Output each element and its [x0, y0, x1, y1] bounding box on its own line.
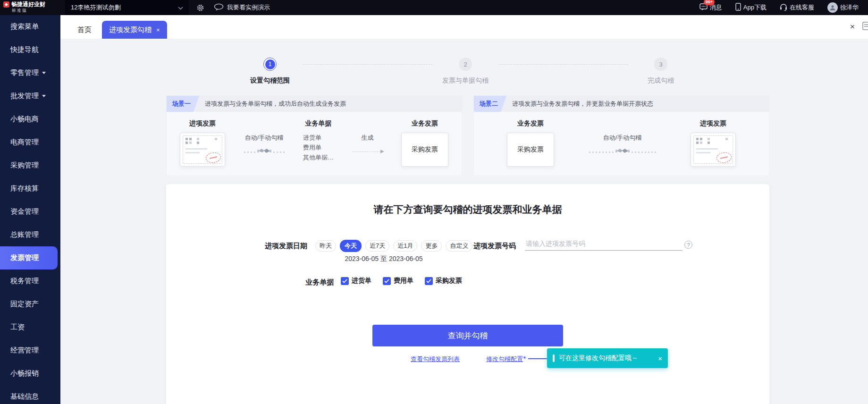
app-window: ◆ 畅捷通好业财 标准版 12李艳芬测试勿删 我要看实例演示	[0, 0, 868, 404]
match-connector: 自动/手动勾稽	[244, 134, 285, 157]
date-quick-options: 昨天 今天 近7天 近1月 更多 自定义	[315, 240, 472, 252]
tab-invoice-matching[interactable]: 进项发票勾稽 ×	[102, 21, 167, 39]
doc-type-list: 进货单 费用单 其他单据…	[303, 133, 334, 162]
input-invoice-column: 进项发票	[691, 119, 736, 167]
date-option-yesterday[interactable]: 昨天	[315, 240, 336, 252]
sidebar-item-funds-mgmt[interactable]: 资金管理	[0, 200, 60, 223]
phone-icon	[735, 3, 741, 12]
scenario-1-badge: 场景一	[167, 96, 199, 112]
step-2-match: 2 发票与单据勾稽	[432, 58, 498, 85]
avatar	[827, 2, 838, 13]
demo-link[interactable]: 我要看实例演示	[214, 3, 270, 12]
tab-list-icon[interactable]	[862, 21, 868, 33]
sidebar-item-wholesale-mgmt[interactable]: 批发管理	[0, 84, 60, 108]
invoice-text-line	[185, 152, 200, 153]
invoice-number-input[interactable]	[525, 237, 683, 251]
sidebar-item-inventory-accounting[interactable]: 库存核算	[0, 177, 60, 200]
sidebar-item-purchase-mgmt[interactable]: 采购管理	[0, 154, 60, 177]
checkbox-purchase-order[interactable]: 进货单	[341, 277, 371, 285]
sidebar-item-retail-mgmt[interactable]: 零售管理	[0, 61, 60, 84]
sidebar-item-general-ledger[interactable]: 总账管理	[0, 223, 60, 246]
sidebar-item-search-menu[interactable]: 搜索菜单	[0, 15, 60, 38]
sidebar-item-fixed-assets[interactable]: 固定资产	[0, 293, 60, 316]
scenario-card-2: 场景二 进项发票与业务发票勾稽，并更新业务单据开票状态 业务发票 采购发票 自动…	[473, 95, 769, 176]
invoice-qr-marks	[185, 138, 188, 140]
chevron-down-icon	[42, 72, 46, 74]
input-invoice-column: 进项发票	[180, 119, 225, 167]
generate-connector: 生成	[353, 134, 383, 152]
sidebar-item-ecommerce-mgmt[interactable]: 电商管理	[0, 131, 60, 154]
date-option-last7days[interactable]: 近7天	[365, 240, 389, 252]
sidebar-item-payroll[interactable]: 工资	[0, 316, 60, 339]
column-title: 业务单据	[305, 119, 332, 128]
checkbox-checked-icon	[341, 277, 349, 285]
invoice-text-line	[185, 148, 207, 150]
invoice-document-icon	[691, 133, 736, 167]
checkbox-expense-doc[interactable]: 费用单	[383, 277, 413, 285]
close-all-tabs-icon[interactable]: ×	[850, 22, 855, 32]
app-download-button[interactable]: App下载	[735, 3, 767, 12]
help-icon[interactable]: ?	[684, 241, 692, 249]
query-and-match-button[interactable]: 查询并勾稽	[372, 325, 563, 346]
tab-home[interactable]: 首页	[67, 21, 102, 39]
business-invoice-column: 业务发票 采购发票	[507, 119, 554, 167]
sidebar-item-label: 工资	[10, 323, 25, 332]
sidebar-item-label: 资金管理	[10, 207, 39, 216]
invoice-document-icon	[180, 133, 225, 167]
date-option-more[interactable]: 更多	[421, 240, 442, 252]
modify-match-config-link[interactable]: 修改勾稽配置	[486, 355, 523, 363]
app-download-label: App下载	[743, 3, 767, 12]
handshake-dots	[589, 147, 656, 157]
sidebar-item-label: 批发管理	[10, 92, 39, 101]
checkbox-checked-icon	[383, 277, 391, 285]
sidebar-item-label: 搜索菜单	[10, 22, 39, 31]
account-dropdown-value: 12李艳芬测试勿删	[71, 3, 120, 12]
sidebar-item-operations-mgmt[interactable]: 经营管理	[0, 339, 60, 362]
tabbar-right: ×	[850, 15, 868, 39]
sidebar-item-label: 基础信息	[10, 392, 39, 401]
sidebar-item-label: 税务管理	[10, 277, 39, 286]
chevron-down-icon	[42, 95, 46, 97]
config-anchor-dot	[523, 356, 526, 359]
sidebar-item-xiaochang-expense[interactable]: 小畅报销	[0, 362, 60, 385]
account-dropdown[interactable]: 12李艳芬测试勿删	[65, 0, 189, 15]
handshake-icon	[257, 147, 271, 157]
sidebar-item-basic-info[interactable]: 基础信息	[0, 385, 60, 404]
sidebar-item-label: 电商管理	[10, 138, 39, 147]
logo-subtitle: 标准版	[12, 8, 60, 14]
doc-type: 费用单	[303, 143, 334, 152]
sidebar-item-label: 固定资产	[10, 300, 39, 309]
view-matched-invoices-link[interactable]: 查看勾稽发票列表	[411, 355, 460, 363]
doc-type: 进货单	[303, 133, 334, 143]
tooltip-connector-line	[528, 358, 547, 359]
sidebar-item-invoice-mgmt[interactable]: 发票管理	[0, 246, 58, 269]
tabbar: 首页 进项发票勾稽 × ×	[60, 15, 868, 39]
scenario-2-badge: 场景二	[474, 96, 506, 112]
scenario-1-title: 进项发票与业务单据勾稽，成功后自动生成业务发票	[205, 100, 346, 108]
logo-row: ◆ 畅捷通好业财	[3, 1, 60, 8]
tooltip-close-icon[interactable]: ×	[658, 354, 662, 362]
user-menu[interactable]: 徐泽华	[827, 2, 859, 13]
settings-gear-icon[interactable]	[196, 4, 204, 12]
scenario-1-header: 场景一 进项发票与业务单据勾稽，成功后自动生成业务发票	[167, 96, 462, 112]
sidebar-item-quick-nav[interactable]: 快捷导航	[0, 38, 60, 61]
date-option-custom[interactable]: 自定义	[446, 240, 472, 252]
online-support-button[interactable]: 在线客服	[780, 3, 814, 12]
checkbox-label: 采购发票	[436, 277, 462, 285]
sidebar-item-label: 小畅报销	[10, 369, 39, 378]
scenario-card-1: 场景一 进项发票与业务单据勾稽，成功后自动生成业务发票 进项发票 自动/手动勾稽	[166, 95, 462, 176]
messages-button[interactable]: 99+ 消息	[699, 3, 722, 12]
tab-close-icon[interactable]: ×	[156, 26, 160, 34]
match-label: 自动/手动勾稽	[245, 134, 284, 142]
topbar: ◆ 畅捷通好业财 标准版 12李艳芬测试勿删 我要看实例演示	[0, 0, 868, 15]
date-option-today[interactable]: 今天	[340, 240, 362, 252]
checkbox-purchase-invoice[interactable]: 采购发票	[425, 277, 462, 285]
sidebar-item-tax-mgmt[interactable]: 税务管理	[0, 269, 60, 293]
date-option-last1month[interactable]: 近1月	[393, 240, 417, 252]
business-doc-label: 业务单据	[305, 278, 334, 287]
handshake-icon	[615, 147, 630, 157]
query-card: 请在下方查询要勾稽的进项发票和业务单据 进项发票日期 昨天 今天 近7天 近1月…	[166, 184, 769, 404]
sidebar-item-xiaochang-ecommerce[interactable]: 小畅电商	[0, 108, 60, 131]
sidebar-item-label: 零售管理	[10, 68, 39, 77]
generate-label: 生成	[362, 134, 374, 142]
